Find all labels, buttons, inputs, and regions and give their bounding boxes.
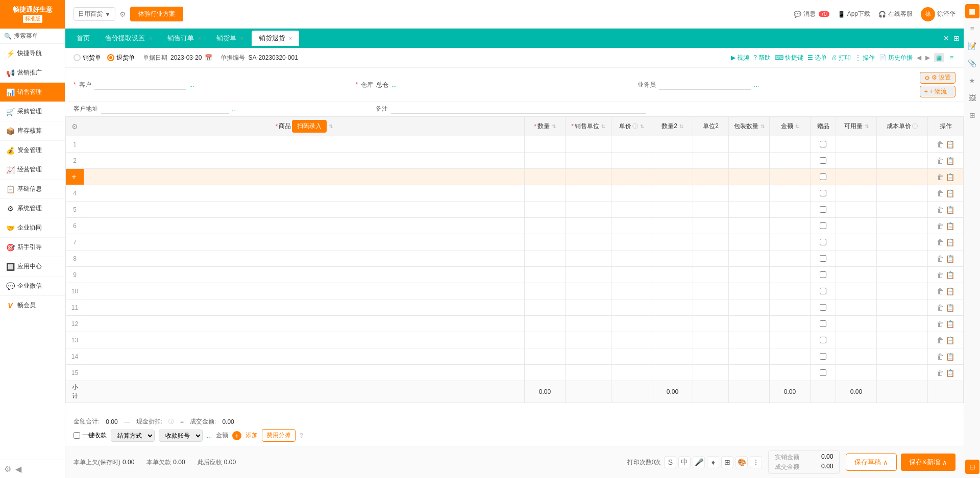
address-dots[interactable]: ... — [232, 106, 237, 113]
gift-checkbox[interactable] — [820, 157, 826, 164]
salesperson-dots[interactable]: ... — [754, 81, 759, 88]
quantity-cell[interactable] — [525, 234, 566, 250]
amount-cell[interactable] — [770, 348, 811, 365]
available-cell[interactable] — [836, 299, 877, 316]
cost-price-cell[interactable] — [877, 283, 928, 299]
sales-unit-cell[interactable] — [566, 234, 611, 250]
pack-quantity-cell[interactable] — [729, 136, 770, 153]
unit-price-cell[interactable] — [611, 299, 652, 316]
sidebar-item-wechat[interactable]: 💬 企业微信 — [0, 276, 65, 296]
remark-input[interactable] — [391, 104, 646, 114]
product-cell[interactable] — [84, 136, 525, 153]
tab-sales-delivery-close[interactable]: × — [240, 36, 243, 41]
sidebar-item-sales[interactable]: 📊 销售管理 — [0, 83, 65, 102]
pack-quantity-cell[interactable] — [729, 299, 770, 316]
delete-row-btn[interactable]: 🗑 — [937, 271, 944, 279]
quantity2-cell[interactable] — [652, 218, 693, 234]
gift-checkbox[interactable] — [820, 271, 826, 278]
gift-checkbox[interactable] — [820, 288, 826, 294]
cost-price-cell[interactable] — [877, 267, 928, 283]
available-cell[interactable] — [836, 234, 877, 250]
warehouse-dots[interactable]: ... — [391, 81, 397, 88]
quantity-cell[interactable] — [525, 299, 566, 316]
gift-checkbox[interactable] — [820, 369, 826, 376]
available-cell[interactable] — [836, 185, 877, 202]
available-cell[interactable] — [836, 348, 877, 365]
customer-dots[interactable]: ... — [189, 81, 194, 88]
right-icon-table-view[interactable]: ▦ — [965, 4, 979, 18]
history-next-icon[interactable]: ▶ — [925, 54, 930, 61]
unit-price-cell[interactable] — [611, 348, 652, 365]
sidebar-settings-icon[interactable]: ⚙ — [4, 464, 11, 474]
gift-checkbox[interactable] — [820, 206, 826, 213]
sales-unit-cell[interactable] — [566, 348, 611, 365]
account-select[interactable]: 收款账号 — [159, 430, 203, 442]
pack-quantity-cell[interactable] — [729, 202, 770, 218]
delete-row-btn[interactable]: 🗑 — [937, 353, 944, 361]
logistics-button[interactable]: + + 物流 — [920, 86, 955, 97]
product-cell[interactable] — [84, 202, 525, 218]
action-history[interactable]: 📄 历史单据 — [879, 54, 913, 62]
available-cell[interactable] — [836, 202, 877, 218]
fee-help-icon[interactable]: ? — [300, 432, 303, 439]
cost-price-cell[interactable] — [877, 136, 928, 153]
unit2-cell[interactable] — [693, 283, 729, 299]
available-cell[interactable] — [836, 218, 877, 234]
gift-checkbox[interactable] — [820, 222, 826, 229]
action-select[interactable]: ☰ 选单 — [807, 54, 827, 62]
product-cell[interactable] — [84, 153, 525, 169]
gift-checkbox[interactable] — [820, 353, 826, 360]
quantity-cell[interactable] — [525, 202, 566, 218]
tab-close-all-icon[interactable]: ✕ — [943, 34, 949, 42]
delete-row-btn[interactable]: 🗑 — [937, 369, 944, 377]
unit2-cell[interactable] — [693, 348, 729, 365]
quantity2-cell[interactable] — [652, 283, 693, 299]
product-input[interactable] — [87, 173, 521, 181]
add-payment-label[interactable]: 添加 — [246, 431, 258, 440]
copy-row-btn[interactable]: 📋 — [946, 304, 954, 312]
amount-cell[interactable] — [770, 299, 811, 316]
pack-quantity-cell[interactable] — [729, 218, 770, 234]
address-input[interactable] — [101, 104, 229, 114]
icon-mic[interactable]: 🎤 — [693, 456, 705, 468]
delete-row-btn[interactable]: 🗑 — [937, 189, 944, 197]
delete-row-btn[interactable]: 🗑 — [937, 287, 944, 295]
unit-price-cell[interactable] — [611, 202, 652, 218]
available-cell[interactable] — [836, 136, 877, 153]
cost-price-cell[interactable] — [877, 234, 928, 250]
right-icon-note[interactable]: 📝 — [965, 39, 979, 53]
amount-cell[interactable] — [770, 202, 811, 218]
delete-row-btn[interactable]: 🗑 — [937, 238, 944, 246]
amount-cell[interactable] — [770, 365, 811, 381]
quantity-cell[interactable] — [525, 267, 566, 283]
save-new-button[interactable]: 保存&新增 ∧ — [901, 454, 955, 471]
icon-sougou[interactable]: S — [664, 456, 676, 468]
delete-row-btn[interactable]: 🗑 — [937, 206, 944, 214]
quantity2-cell[interactable] — [652, 316, 693, 332]
action-video[interactable]: ▶ 视频 — [731, 54, 749, 62]
unit-price-tip-icon[interactable]: ⓘ — [632, 122, 638, 130]
sidebar-item-member[interactable]: V 畅会员 — [0, 296, 65, 315]
sales-unit-cell[interactable] — [566, 153, 611, 169]
th-settings[interactable]: ⚙ — [66, 117, 84, 136]
gift-checkbox[interactable] — [820, 304, 826, 311]
gift-checkbox[interactable] — [820, 320, 826, 327]
icon-more[interactable]: ⋮ — [750, 456, 762, 468]
gift-checkbox[interactable] — [820, 173, 826, 180]
copy-row-btn[interactable]: 📋 — [946, 222, 954, 230]
quantity-cell[interactable] — [525, 185, 566, 202]
unit-price-sort-icon[interactable]: ⇅ — [640, 123, 644, 129]
unit2-cell[interactable] — [693, 153, 729, 169]
quantity2-cell[interactable] — [652, 153, 693, 169]
amount-cell[interactable] — [770, 332, 811, 348]
product-cell[interactable] — [84, 299, 525, 316]
delete-row-btn[interactable]: 🗑 — [937, 222, 944, 230]
available-sort-icon[interactable]: ⇅ — [865, 123, 869, 129]
unit2-cell[interactable] — [693, 316, 729, 332]
unit2-cell[interactable] — [693, 185, 729, 202]
app-download-btn[interactable]: 📱 App下载 — [838, 10, 870, 18]
sales-unit-cell[interactable] — [566, 283, 611, 299]
icon-lang[interactable]: ♦ — [707, 456, 719, 468]
delete-row-btn[interactable]: 🗑 — [937, 255, 944, 263]
pack-quantity-cell[interactable] — [729, 169, 770, 185]
